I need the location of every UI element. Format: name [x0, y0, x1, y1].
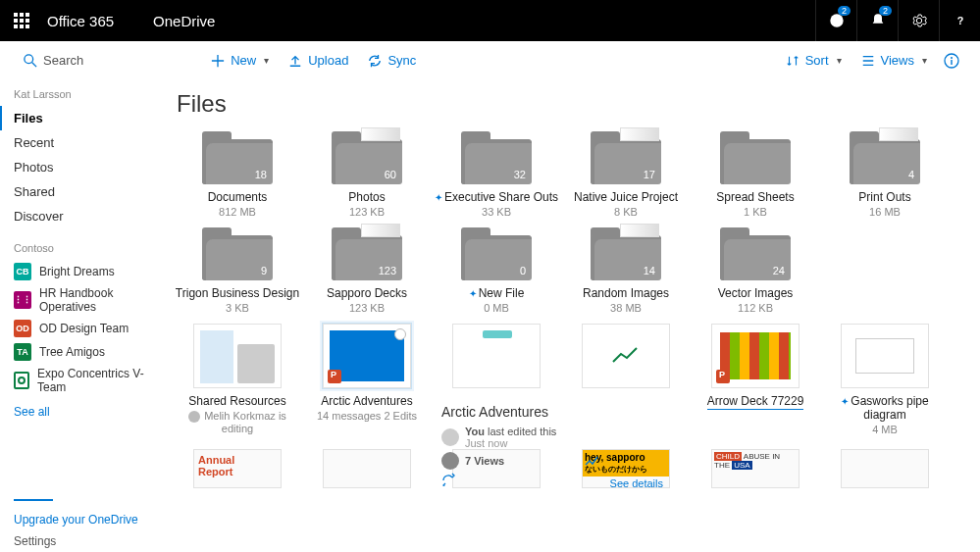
- file-name: Arrow Deck 77229: [691, 394, 820, 410]
- upload-button[interactable]: Upload: [279, 41, 358, 80]
- sort-icon: [786, 54, 799, 68]
- sidebar-item-shared[interactable]: Shared: [0, 179, 167, 204]
- file-thumbnail[interactable]: [841, 449, 929, 488]
- file-thumbnail: [193, 324, 282, 388]
- settings-button[interactable]: [898, 0, 939, 41]
- sidebar-team[interactable]: Expo Concentrics V-Team: [0, 364, 167, 397]
- hovercard-views: 7 Views: [441, 452, 598, 470]
- sidebar-settings[interactable]: Settings: [0, 530, 167, 552]
- folder-tile[interactable]: 18 Documents 812 MB: [173, 131, 302, 218]
- file-tile[interactable]: Shared Resources Melih Korkmaz is editin…: [173, 324, 302, 435]
- file-subtext: Melih Korkmaz is editing: [173, 410, 302, 434]
- hovercard-editor: You: [465, 426, 485, 437]
- hovercard-activity: You last edited thisJust now: [441, 426, 598, 449]
- folder-name: Documents: [173, 190, 302, 204]
- folder-icon: 60: [332, 131, 402, 184]
- file-thumbnail: [582, 324, 670, 388]
- sidebar-item-recent[interactable]: Recent: [0, 130, 167, 155]
- folder-count: 9: [261, 265, 267, 276]
- info-icon: [944, 53, 959, 69]
- folder-tile[interactable]: 14 Random Images 38 MB: [561, 227, 691, 314]
- views-button[interactable]: Views ▾: [851, 41, 937, 80]
- sidebar-see-all[interactable]: See all: [0, 397, 167, 427]
- team-label: Tree Amigos: [39, 345, 105, 359]
- folder-size: 38 MB: [561, 302, 691, 314]
- skype-badge: 2: [838, 6, 851, 16]
- file-tile[interactable]: Arrow Deck 77229: [691, 324, 820, 435]
- folder-count: 24: [773, 265, 785, 276]
- svg-line-12: [32, 62, 36, 66]
- svg-point-16: [19, 377, 25, 383]
- folder-icon: 14: [591, 227, 661, 280]
- skype-button[interactable]: 2: [815, 0, 856, 41]
- folder-name: Photos: [302, 190, 432, 204]
- hovercard-title: Arctic Adventures: [441, 404, 598, 420]
- file-thumbnail[interactable]: CHILD ABUSE IN THE USA: [711, 449, 799, 488]
- sidebar-item-files[interactable]: Files: [0, 106, 167, 130]
- svg-rect-7: [20, 25, 24, 28]
- chevron-down-icon: ▾: [922, 55, 927, 66]
- search-button[interactable]: Search: [14, 41, 93, 80]
- new-button[interactable]: New ▾: [201, 41, 279, 80]
- notifications-button[interactable]: 2: [856, 0, 898, 41]
- trend-icon: [585, 453, 598, 467]
- folder-tile[interactable]: 9 Trigon Business Design 3 KB: [173, 227, 302, 314]
- folder-grid: 18 Documents 812 MB 60 Photos 123 KB 32 …: [173, 131, 968, 227]
- folder-size: 123 KB: [302, 206, 432, 218]
- sort-button[interactable]: Sort ▾: [776, 41, 851, 80]
- svg-rect-4: [20, 19, 24, 23]
- sidebar-item-photos[interactable]: Photos: [0, 155, 167, 179]
- notifications-badge: 2: [879, 6, 892, 16]
- sort-label: Sort: [805, 53, 829, 68]
- file-thumbnail: [711, 324, 799, 388]
- folder-count: 14: [644, 265, 655, 276]
- svg-rect-2: [26, 13, 29, 17]
- sidebar-upgrade[interactable]: Upgrade your OneDrive: [0, 509, 167, 530]
- app-label[interactable]: OneDrive: [153, 13, 215, 29]
- app-launcher-icon[interactable]: [0, 0, 43, 41]
- new-label: New: [231, 53, 256, 68]
- share-icon: [441, 473, 455, 486]
- team-tile: CB: [14, 263, 31, 280]
- file-thumbnail[interactable]: [323, 449, 411, 488]
- sidebar-team[interactable]: ⋮⋮HR Handbook Operatives: [0, 283, 167, 317]
- file-tile[interactable]: Arctic Adventures 14 messages 2 Edits: [302, 324, 432, 435]
- sidebar-divider: [14, 499, 53, 501]
- team-tile: OD: [14, 320, 31, 337]
- file-tile[interactable]: ✦Gasworks pipe diagram 4 MB: [820, 324, 950, 435]
- folder-size: 1 KB: [691, 206, 820, 218]
- svg-rect-5: [26, 19, 29, 23]
- brand-label[interactable]: Office 365: [47, 13, 114, 29]
- info-button[interactable]: [937, 53, 966, 69]
- hovercard-see-details[interactable]: See details: [610, 477, 663, 489]
- sync-button[interactable]: Sync: [358, 41, 426, 80]
- sidebar-team[interactable]: ODOD Design Team: [0, 317, 167, 340]
- search-label: Search: [43, 53, 83, 68]
- folder-tile[interactable]: 0 ✦New File 0 MB: [432, 227, 561, 314]
- sidebar-team[interactable]: TATree Amigos: [0, 340, 167, 364]
- folder-tile[interactable]: 4 Print Outs 16 MB: [820, 131, 950, 218]
- file-thumbnail: [323, 324, 411, 388]
- folder-tile[interactable]: Spread Sheets 1 KB: [691, 131, 820, 218]
- folder-name: Random Images: [561, 286, 691, 300]
- team-label: HR Handbook Operatives: [39, 286, 153, 314]
- file-thumbnail[interactable]: AnnualReport: [193, 449, 282, 488]
- folder-tile[interactable]: 60 Photos 123 KB: [302, 131, 432, 218]
- sidebar-team[interactable]: CBBright Dreams: [0, 260, 167, 283]
- help-button[interactable]: ?: [939, 0, 980, 41]
- folder-count: 4: [908, 169, 914, 180]
- hovercard-share-row[interactable]: [441, 473, 598, 486]
- folder-tile[interactable]: 17 Native Juice Project 8 KB: [561, 131, 691, 218]
- svg-point-14: [951, 57, 953, 59]
- sidebar-item-discover[interactable]: Discover: [0, 204, 167, 228]
- folder-size: 8 KB: [561, 206, 691, 218]
- folder-tile[interactable]: 24 Vector Images 112 KB: [691, 227, 820, 314]
- folder-icon: 123: [332, 227, 402, 280]
- svg-rect-0: [14, 13, 18, 17]
- folder-name: Native Juice Project: [561, 190, 691, 204]
- folder-tile[interactable]: 123 Sapporo Decks 123 KB: [302, 227, 432, 314]
- file-thumbnail: [841, 324, 929, 388]
- folder-tile[interactable]: 32 ✦Executive Share Outs 33 KB: [432, 131, 561, 218]
- folder-count: 60: [385, 169, 396, 180]
- sidebar-section-label: Contoso: [0, 228, 167, 260]
